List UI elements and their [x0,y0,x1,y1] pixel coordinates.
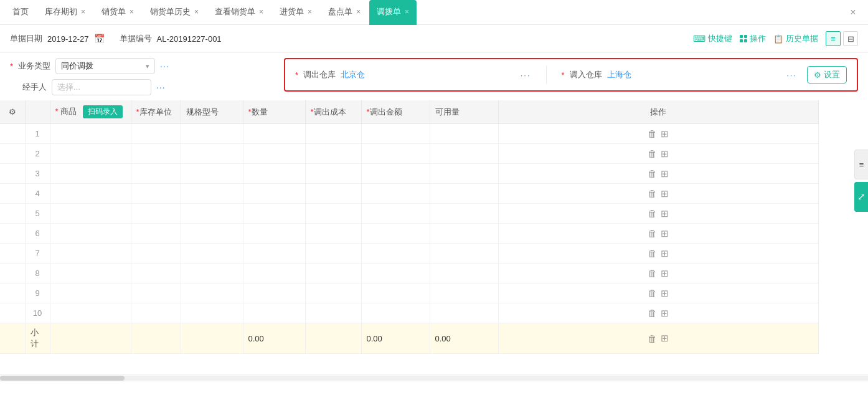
row-spec-9[interactable] [181,283,243,303]
scan-entry-btn[interactable]: 扫码录入 [83,105,123,118]
copy-row-4-icon[interactable]: ⊞ [661,188,669,199]
settings-btn[interactable]: ⚙ 设置 [807,66,847,83]
row-product-6[interactable] [50,224,131,244]
subtotal-copy-icon[interactable]: ⊞ [661,333,669,344]
row-amount-4[interactable] [361,184,430,204]
row-cost-6[interactable] [305,224,361,244]
row-product-10[interactable] [50,303,131,323]
tab-transfer[interactable]: 调拨单 × [369,0,417,25]
business-type-dropdown[interactable]: 同价调拨 ▾ [55,58,155,74]
row-spec-3[interactable] [181,164,243,184]
delete-row-6-icon[interactable]: 🗑 [648,228,657,239]
copy-row-3-icon[interactable]: ⊞ [661,168,669,179]
in-warehouse-value[interactable]: 上海仓 [607,69,631,80]
row-cost-7[interactable] [305,244,361,264]
history-btn[interactable]: 📋 历史单据 [773,33,818,44]
row-available-7[interactable] [430,244,498,264]
row-unit-3[interactable] [131,164,181,184]
col-header-gear[interactable]: ⚙ [0,100,25,124]
row-cost-1[interactable] [305,124,361,144]
row-amount-3[interactable] [361,164,430,184]
tab-sales-history[interactable]: 销货单历史 × [143,0,206,25]
row-product-3[interactable] [50,164,131,184]
row-available-8[interactable] [430,264,498,283]
row-cost-2[interactable] [305,144,361,164]
row-unit-7[interactable] [131,244,181,264]
out-warehouse-value[interactable]: 北京仓 [341,69,365,80]
tab-close-sales-order[interactable]: × [130,7,134,16]
copy-row-2-icon[interactable]: ⊞ [661,148,669,159]
row-unit-1[interactable] [131,124,181,144]
row-qty-7[interactable] [243,244,305,264]
in-warehouse-more-icon[interactable]: ··· [786,70,797,80]
delete-row-5-icon[interactable]: 🗑 [648,208,657,219]
row-available-4[interactable] [430,184,498,204]
subtotal-delete-icon[interactable]: 🗑 [648,333,657,344]
business-type-more-icon[interactable]: ··· [160,61,169,71]
copy-row-6-icon[interactable]: ⊞ [661,228,669,239]
copy-row-5-icon[interactable]: ⊞ [661,208,669,219]
tab-close-inventory-check[interactable]: × [356,7,361,16]
delete-row-10-icon[interactable]: 🗑 [648,308,657,318]
row-available-3[interactable] [430,164,498,184]
handler-more-icon[interactable]: ··· [156,82,166,92]
delete-row-2-icon[interactable]: 🗑 [648,148,657,159]
copy-row-8-icon[interactable]: ⊞ [661,268,669,279]
row-product-7[interactable] [50,244,131,264]
tab-close-transfer[interactable]: × [405,7,409,16]
tab-sales-order[interactable]: 销货单 × [94,0,141,25]
row-unit-4[interactable] [131,184,181,204]
row-qty-2[interactable] [243,144,305,164]
row-cost-5[interactable] [305,204,361,224]
row-amount-10[interactable] [361,303,430,323]
layout-grid-btn[interactable]: ⊟ [843,31,858,46]
row-available-2[interactable] [430,144,498,164]
data-table-wrapper[interactable]: ⚙ * 商品 扫码录入 *库存单位 规格型号 *数量 *调出成本 *调出金额 [0,100,868,374]
shortcut-btn[interactable]: ⌨ 快捷键 [693,33,732,44]
row-cost-8[interactable] [305,264,361,283]
window-close-btn[interactable]: × [843,2,863,22]
row-product-2[interactable] [50,144,131,164]
handler-dropdown[interactable]: 选择... [52,79,151,95]
row-cost-3[interactable] [305,164,361,184]
row-product-8[interactable] [50,264,131,283]
row-amount-7[interactable] [361,244,430,264]
row-qty-3[interactable] [243,164,305,184]
number-value[interactable]: AL-20191227-001 [157,34,222,44]
tab-check-sales[interactable]: 查看销货单 × [207,0,271,25]
row-amount-9[interactable] [361,283,430,303]
row-cost-10[interactable] [305,303,361,323]
copy-row-1-icon[interactable]: ⊞ [661,128,669,140]
right-panel-list-btn[interactable]: ≡ [854,150,868,179]
row-available-9[interactable] [430,283,498,303]
row-amount-1[interactable] [361,124,430,144]
right-panel-expand-btn[interactable]: ⤢ [854,182,868,212]
row-spec-5[interactable] [181,204,243,224]
row-available-6[interactable] [430,224,498,244]
copy-row-10-icon[interactable]: ⊞ [661,308,669,319]
row-unit-8[interactable] [131,264,181,283]
row-spec-6[interactable] [181,224,243,244]
delete-row-7-icon[interactable]: 🗑 [648,248,657,259]
row-product-9[interactable] [50,283,131,303]
operations-btn[interactable]: 操作 [740,33,766,44]
row-qty-10[interactable] [243,303,305,323]
delete-row-1-icon[interactable]: 🗑 [648,128,657,139]
tab-home[interactable]: 首页 [5,0,36,25]
delete-row-8-icon[interactable]: 🗑 [648,268,657,278]
tab-close-check-sales[interactable]: × [259,7,263,16]
out-warehouse-more-icon[interactable]: ··· [521,70,531,80]
copy-row-9-icon[interactable]: ⊞ [661,288,669,299]
row-available-1[interactable] [430,124,498,144]
calendar-icon[interactable]: 📅 [94,34,105,44]
row-spec-10[interactable] [181,303,243,323]
delete-row-3-icon[interactable]: 🗑 [648,168,657,179]
row-qty-1[interactable] [243,124,305,144]
row-unit-9[interactable] [131,283,181,303]
row-amount-6[interactable] [361,224,430,244]
horizontal-scrollbar[interactable] [0,376,868,381]
tab-close-purchase[interactable]: × [308,7,312,16]
row-qty-4[interactable] [243,184,305,204]
row-available-5[interactable] [430,204,498,224]
row-unit-6[interactable] [131,224,181,244]
